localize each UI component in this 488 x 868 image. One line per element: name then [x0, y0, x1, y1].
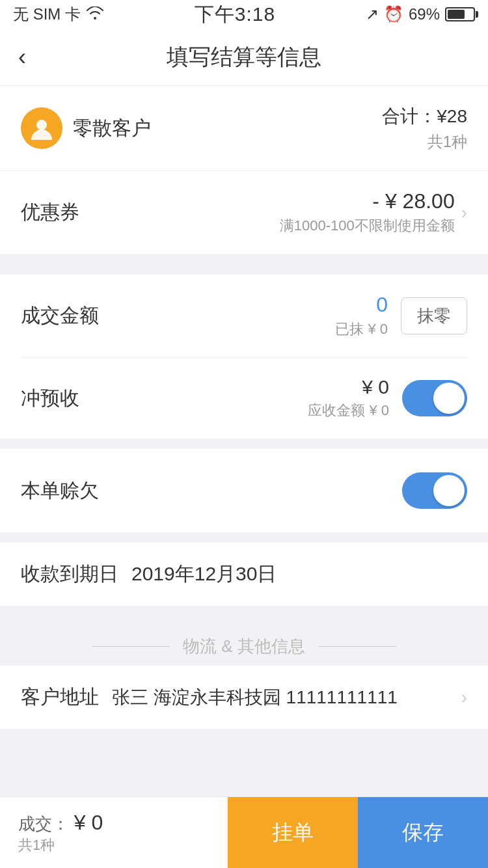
due-date-value: 2019年12月30日 [131, 561, 277, 588]
bottom-deal-amount: ¥ 0 [74, 811, 103, 834]
status-bar: 无 SIM 卡 下午3:18 ↗ ⏰ 69% [0, 0, 488, 29]
address-label: 客户地址 [21, 684, 99, 711]
advance-amount: ¥ 0 [308, 376, 389, 398]
bottom-bar: 成交： ¥ 0 共1种 挂单 保存 [0, 796, 488, 868]
wifi-icon [86, 5, 104, 23]
advance-amount-info: ¥ 0 应收金额 ¥ 0 [308, 376, 389, 420]
logistics-divider: 物流 & 其他信息 [0, 627, 488, 666]
section-divider-1 [0, 264, 488, 275]
customer-summary: 合计：¥28 共1种 [382, 104, 467, 152]
section-divider-3 [0, 616, 488, 627]
transaction-section: 成交金额 0 已抹 ¥ 0 抹零 冲预收 ¥ 0 应收金额 ¥ 0 [0, 275, 488, 439]
debit-section: 本单赊欠 [0, 449, 488, 532]
address-value: 张三 海淀永丰科技园 11111111111 [112, 685, 461, 710]
advance-row: 冲预收 ¥ 0 应收金额 ¥ 0 [21, 358, 467, 439]
debit-row: 本单赊欠 [21, 449, 467, 532]
coupon-info: - ¥ 28.00 满1000-100不限制使用金额 [280, 189, 455, 236]
bottom-info: 成交： ¥ 0 共1种 [0, 797, 228, 868]
customer-name: 零散客户 [73, 115, 151, 142]
due-date-label: 收款到期日 [21, 561, 118, 588]
pending-button[interactable]: 挂单 [228, 797, 358, 868]
nav-bar: ‹ 填写结算等信息 [0, 29, 488, 86]
total-count: 共1种 [382, 131, 467, 152]
due-date-row: 收款到期日 2019年12月30日 [21, 561, 467, 588]
page-title: 填写结算等信息 [167, 42, 321, 72]
coupon-desc: 满1000-100不限制使用金额 [280, 216, 455, 236]
transaction-right: 0 已抹 ¥ 0 抹零 [335, 293, 467, 339]
location-icon: ↗ [366, 5, 379, 23]
transaction-amount-info: 0 已抹 ¥ 0 [335, 293, 388, 339]
transaction-row: 成交金额 0 已抹 ¥ 0 抹零 [21, 275, 467, 358]
debit-toggle-knob [433, 475, 465, 506]
address-chevron-icon: › [461, 687, 467, 708]
avatar [21, 107, 62, 149]
round-button[interactable]: 抹零 [401, 297, 467, 334]
advance-sub: 应收金额 ¥ 0 [308, 401, 389, 420]
customer-left: 零散客户 [21, 107, 151, 149]
bottom-deal-label: 成交： [18, 814, 69, 834]
bottom-count: 共1种 [18, 835, 210, 855]
status-right: ↗ ⏰ 69% [366, 5, 475, 23]
customer-card: 零散客户 合计：¥28 共1种 优惠券 - ¥ 28.00 满1000-100不… [0, 86, 488, 254]
content: 零散客户 合计：¥28 共1种 优惠券 - ¥ 28.00 满1000-100不… [0, 86, 488, 868]
status-left: 无 SIM 卡 [13, 4, 104, 25]
address-section[interactable]: 客户地址 张三 海淀永丰科技园 11111111111 › [0, 666, 488, 729]
section-divider-2 [0, 439, 488, 449]
toggle-knob [433, 383, 465, 414]
logistics-label: 物流 & 其他信息 [92, 635, 396, 658]
transaction-label: 成交金额 [21, 303, 99, 329]
customer-row: 零散客户 合计：¥28 共1种 [0, 86, 488, 170]
back-button[interactable]: ‹ [18, 44, 26, 71]
transaction-amount: 0 [335, 293, 388, 317]
coupon-row[interactable]: 优惠券 - ¥ 28.00 满1000-100不限制使用金额 › [0, 170, 488, 254]
no-sim-label: 无 SIM 卡 [13, 4, 81, 25]
save-button[interactable]: 保存 [358, 797, 488, 868]
due-date-section: 收款到期日 2019年12月30日 [0, 543, 488, 606]
transaction-amount-sub: 已抹 ¥ 0 [335, 319, 388, 339]
advance-right: ¥ 0 应收金额 ¥ 0 [308, 376, 467, 420]
battery-icon [445, 7, 475, 21]
bottom-deal-row: 成交： ¥ 0 [18, 811, 210, 835]
coupon-right: - ¥ 28.00 满1000-100不限制使用金额 › [280, 189, 467, 236]
battery-percent: 69% [409, 5, 440, 23]
total-amount: 合计：¥28 [382, 104, 467, 129]
coupon-amount: - ¥ 28.00 [280, 189, 455, 213]
alarm-icon: ⏰ [384, 5, 403, 23]
advance-toggle[interactable] [402, 380, 467, 416]
coupon-label: 优惠券 [21, 199, 79, 226]
status-time: 下午3:18 [195, 1, 275, 28]
debit-toggle[interactable] [402, 472, 467, 509]
debit-label: 本单赊欠 [21, 478, 99, 504]
svg-point-0 [36, 120, 47, 130]
chevron-right-icon: › [461, 202, 467, 223]
advance-label: 冲预收 [21, 385, 79, 412]
